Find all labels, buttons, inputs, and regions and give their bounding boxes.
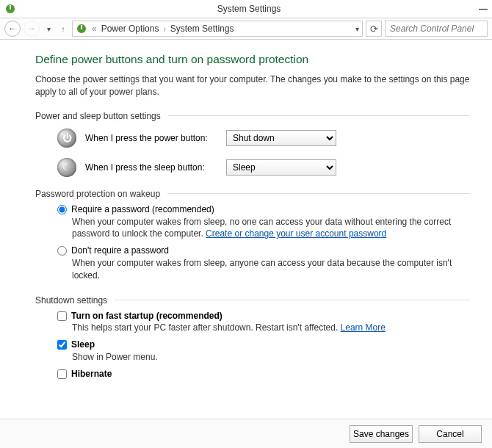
divider	[167, 193, 470, 194]
radio-require-password-label[interactable]: Require a password (recommended)	[57, 203, 470, 216]
svg-rect-1	[10, 5, 11, 10]
section-shutdown-label: Shutdown settings	[35, 295, 107, 306]
radio-no-password-label[interactable]: Don't require a password	[57, 245, 470, 257]
breadcrumb-chevrons: «	[92, 24, 97, 34]
check-hibernate-title: Hibernate	[71, 368, 112, 380]
check-fast-startup-desc: This helps start your PC faster after sh…	[72, 322, 470, 334]
section-shutdown: Shutdown settings	[35, 295, 470, 306]
divider	[168, 115, 470, 116]
section-password-label: Password protection on wakeup	[35, 189, 160, 199]
check-hibernate-label[interactable]: Hibernate	[57, 368, 470, 380]
check-sleep-desc: Show in Power menu.	[72, 351, 470, 364]
radio-no-password-input[interactable]	[57, 246, 67, 256]
learn-more-link[interactable]: Learn More	[341, 322, 386, 333]
footer: Save changes Cancel	[0, 419, 492, 448]
back-button[interactable]: ←	[4, 21, 21, 37]
page-description: Choose the power settings that you want …	[35, 73, 470, 99]
search-input[interactable]	[385, 21, 488, 37]
section-power-sleep-label: Power and sleep button settings	[35, 111, 161, 121]
check-fast-startup-label[interactable]: Turn on fast startup (recommended)	[57, 310, 470, 322]
breadcrumb[interactable]: « Power Options › System Settings ▾	[72, 21, 363, 37]
check-sleep-title: Sleep	[71, 339, 95, 351]
sleep-button-label: When I press the sleep button:	[85, 162, 217, 173]
save-button[interactable]: Save changes	[350, 425, 413, 443]
svg-rect-3	[81, 25, 82, 29]
power-button-select[interactable]: Shut down	[226, 130, 336, 146]
control-panel-icon	[4, 3, 16, 15]
breadcrumb-item-0[interactable]: Power Options	[101, 24, 159, 34]
radio-require-password: Require a password (recommended) When yo…	[57, 203, 470, 240]
check-sleep: Sleep Show in Power menu.	[57, 339, 470, 364]
page-heading: Define power buttons and turn on passwor…	[35, 53, 470, 66]
window-title: System Settings	[21, 4, 477, 14]
radio-require-password-desc: When your computer wakes from sleep, no …	[72, 216, 470, 241]
check-sleep-input[interactable]	[57, 340, 67, 350]
radio-no-password-title: Don't require a password	[71, 245, 169, 257]
section-power-sleep: Power and sleep button settings	[35, 111, 470, 121]
check-fast-startup: Turn on fast startup (recommended) This …	[57, 310, 470, 335]
breadcrumb-sep-icon: ›	[163, 25, 165, 33]
breadcrumb-item-1[interactable]: System Settings	[170, 24, 234, 34]
history-dropdown[interactable]: ▾	[43, 21, 54, 37]
power-button-row: ⏻ When I press the power button: Shut do…	[57, 126, 470, 151]
refresh-button[interactable]: ⟳	[366, 21, 382, 37]
minimize-button[interactable]: —	[477, 4, 488, 14]
up-button[interactable]: ↑	[57, 21, 69, 37]
sleep-button-select[interactable]: Sleep	[226, 159, 336, 176]
check-fast-startup-title: Turn on fast startup (recommended)	[71, 310, 223, 322]
sleep-button-row: ☾ When I press the sleep button: Sleep	[57, 155, 470, 180]
radio-no-password: Don't require a password When your compu…	[57, 245, 470, 281]
divider	[115, 300, 470, 300]
power-button-label: When I press the power button:	[85, 133, 217, 143]
forward-button[interactable]: →	[23, 21, 40, 37]
create-password-link[interactable]: Create or change your user account passw…	[206, 228, 386, 239]
breadcrumb-dropdown-icon[interactable]: ▾	[355, 25, 359, 33]
check-fast-startup-input[interactable]	[57, 311, 67, 321]
radio-require-password-input[interactable]	[57, 205, 67, 214]
check-sleep-label[interactable]: Sleep	[57, 339, 470, 351]
titlebar: System Settings —	[0, 0, 492, 18]
navbar: ← → ▾ ↑ « Power Options › System Setting…	[0, 18, 492, 40]
radio-no-password-desc: When your computer wakes from sleep, any…	[72, 257, 470, 282]
radio-require-password-title: Require a password (recommended)	[71, 203, 214, 216]
sleep-icon: ☾	[57, 158, 76, 177]
check-hibernate-input[interactable]	[57, 369, 67, 379]
content-area: Define power buttons and turn on passwor…	[0, 40, 492, 419]
power-icon: ⏻	[57, 129, 76, 148]
check-hibernate: Hibernate	[57, 368, 470, 380]
section-password: Password protection on wakeup	[35, 189, 470, 199]
breadcrumb-icon	[76, 23, 87, 35]
cancel-button[interactable]: Cancel	[419, 425, 482, 443]
